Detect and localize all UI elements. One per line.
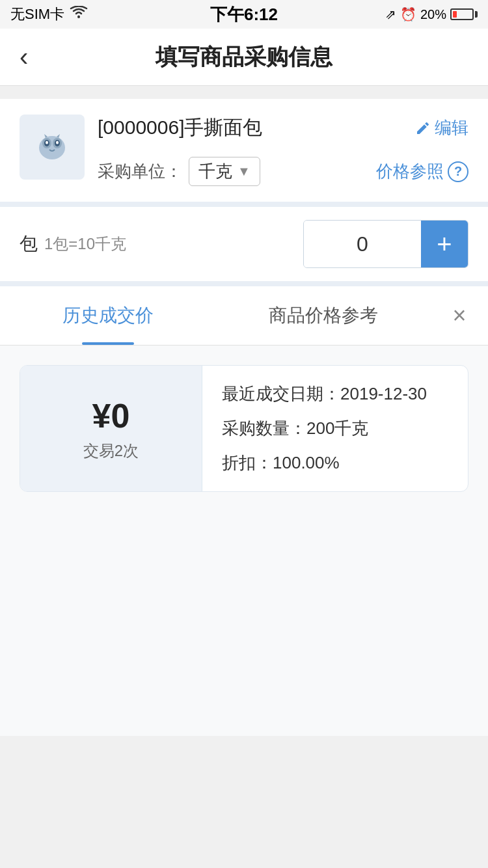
location-icon: ⇗ — [385, 7, 396, 22]
purchase-quantity-value: 200千克 — [306, 418, 368, 438]
quantity-label-group: 包 1包=10千克 — [20, 232, 126, 256]
tab-history-price-label: 历史成交价 — [62, 303, 154, 328]
product-image — [20, 115, 85, 180]
product-header: [0000006]手撕面包 编辑 采购单位： 千克 ▼ 价格 — [20, 115, 468, 186]
price-ref-label: 价格参照 — [376, 160, 444, 183]
purchase-quantity-row: 采购数量：200千克 — [222, 416, 448, 441]
tab-close-button[interactable]: × — [431, 286, 488, 345]
quantity-unit-badge: 包 — [20, 232, 38, 256]
discount-value: 100.00% — [273, 453, 340, 472]
history-panel: ¥0 交易2次 最近成交日期：2019-12-30 采购数量：200千克 折扣：… — [0, 346, 488, 511]
price-card-left: ¥0 交易2次 — [20, 366, 202, 491]
price-amount: ¥0 — [92, 396, 130, 435]
edit-icon — [415, 120, 431, 136]
svg-point-6 — [46, 141, 48, 144]
product-info: [0000006]手撕面包 编辑 采购单位： 千克 ▼ 价格 — [98, 115, 468, 186]
quantity-plus-button[interactable]: + — [421, 221, 468, 267]
svg-point-1 — [39, 136, 65, 159]
price-card-right: 最近成交日期：2019-12-30 采购数量：200千克 折扣：100.00% — [202, 366, 468, 491]
purchase-quantity-label: 采购数量： — [222, 418, 306, 438]
status-left: 无SIM卡 — [10, 5, 88, 24]
tab-history-price[interactable]: 历史成交价 — [0, 286, 215, 345]
product-card: [0000006]手撕面包 编辑 采购单位： 千克 ▼ 价格 — [0, 99, 488, 202]
unit-select[interactable]: 千克 ▼ — [189, 157, 260, 186]
tab-product-price-ref[interactable]: 商品价格参考 — [215, 286, 431, 345]
edit-label: 编辑 — [435, 116, 468, 139]
battery-percent: 20% — [420, 7, 446, 22]
price-card: ¥0 交易2次 最近成交日期：2019-12-30 采购数量：200千克 折扣：… — [20, 365, 468, 492]
product-name-row: [0000006]手撕面包 编辑 — [98, 115, 468, 141]
unit-dropdown-arrow: ▼ — [237, 164, 251, 179]
back-button[interactable]: ‹ — [13, 42, 34, 72]
recent-date-label: 最近成交日期： — [222, 384, 340, 403]
main-content: ¥0 交易2次 最近成交日期：2019-12-30 采购数量：200千克 折扣：… — [0, 346, 488, 736]
unit-value: 千克 — [198, 160, 232, 183]
signal-text: 无SIM卡 — [10, 5, 64, 24]
price-transactions: 交易2次 — [83, 441, 139, 461]
alarm-icon: ⏰ — [400, 7, 416, 22]
nav-bar: ‹ 填写商品采购信息 — [0, 29, 488, 86]
battery-icon — [450, 8, 478, 20]
tab-bar: 历史成交价 商品价格参考 × — [0, 281, 488, 346]
quantity-conversion-label: 1包=10千克 — [44, 234, 126, 254]
wifi-icon — [70, 6, 88, 23]
svg-point-7 — [56, 141, 59, 144]
recent-date-row: 最近成交日期：2019-12-30 — [222, 381, 448, 407]
product-thumbnail-icon — [33, 125, 72, 170]
quantity-input[interactable] — [304, 221, 421, 267]
svg-point-0 — [77, 16, 80, 18]
edit-button[interactable]: 编辑 — [415, 116, 468, 139]
recent-date-value: 2019-12-30 — [340, 384, 427, 403]
price-ref-help-icon: ? — [448, 161, 468, 182]
quantity-section: 包 1包=10千克 + — [0, 202, 488, 281]
status-bar: 无SIM卡 下午6:12 ⇗ ⏰ 20% — [0, 0, 488, 29]
tab-active-indicator — [82, 342, 134, 345]
status-time: 下午6:12 — [210, 3, 278, 26]
tab-product-price-ref-label: 商品价格参考 — [269, 303, 378, 328]
status-right: ⇗ ⏰ 20% — [385, 7, 478, 22]
price-reference-button[interactable]: 价格参照 ? — [376, 160, 468, 183]
purchase-unit-row: 采购单位： 千克 ▼ 价格参照 ? — [98, 157, 468, 186]
quantity-input-group: + — [303, 220, 468, 268]
product-name: [0000006]手撕面包 — [98, 115, 262, 141]
page-title: 填写商品采购信息 — [156, 42, 332, 72]
purchase-unit-label: 采购单位： — [98, 160, 182, 183]
discount-row: 折扣：100.00% — [222, 450, 448, 476]
discount-label: 折扣： — [222, 453, 273, 472]
